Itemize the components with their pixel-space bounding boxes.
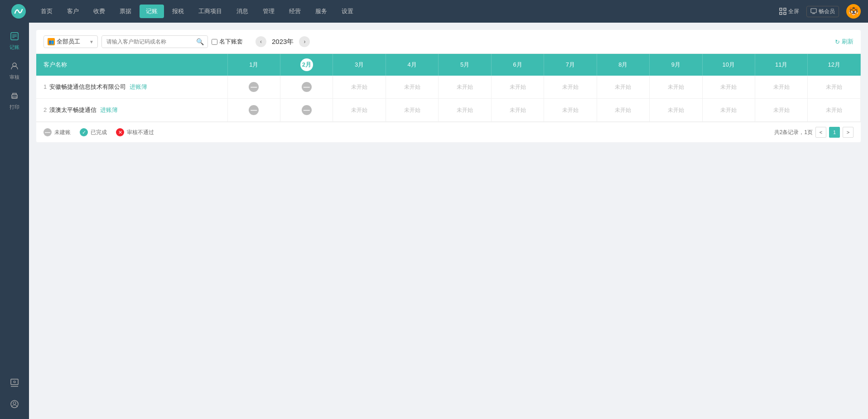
myaccount-checkbox[interactable] bbox=[212, 39, 217, 45]
nav-tax[interactable]: 报税 bbox=[166, 5, 190, 18]
month-cell-5[interactable]: 未开始 bbox=[439, 76, 491, 99]
month-cell-7[interactable]: 未开始 bbox=[544, 76, 597, 99]
month-cell-4[interactable]: 未开始 bbox=[386, 76, 438, 99]
sidebar-item-audit[interactable]: 审核 bbox=[0, 56, 29, 86]
refresh-icon: ↻ bbox=[835, 39, 840, 45]
status-not-started: 未开始 bbox=[351, 84, 367, 90]
avatar[interactable]: 🐯 bbox=[846, 4, 861, 19]
status-not-started: 未开始 bbox=[773, 84, 790, 90]
status-not-started: 未开始 bbox=[668, 84, 684, 90]
month-cell-3[interactable]: 未开始 bbox=[333, 99, 386, 122]
total-text: 共2条记录，1页 bbox=[774, 129, 813, 136]
main-card: 👥 全部员工 ▼ 🔍 名下账套 ‹ 2023年 › bbox=[36, 30, 861, 142]
month-cell-1[interactable]: — bbox=[227, 76, 280, 99]
month-cell-2[interactable]: — bbox=[280, 99, 333, 122]
month-cell-4[interactable]: 未开始 bbox=[386, 99, 438, 122]
nav-operate[interactable]: 经营 bbox=[283, 5, 307, 18]
month-cell-1[interactable]: — bbox=[227, 99, 280, 122]
nav-fee[interactable]: 收费 bbox=[87, 5, 111, 18]
status-not-started: 未开始 bbox=[510, 107, 526, 113]
year-display: 2023年 bbox=[272, 38, 294, 46]
month-cell-7[interactable]: 未开始 bbox=[544, 99, 597, 122]
enter-ledger-link[interactable]: 进账簿 bbox=[100, 106, 118, 113]
sidebar-item-accounting[interactable]: 记账 bbox=[0, 26, 29, 56]
month-cell-10[interactable]: 未开始 bbox=[702, 99, 755, 122]
table-row: 2漠澳太平畅捷通信进账簿——未开始未开始未开始未开始未开始未开始未开始未开始未开… bbox=[36, 99, 861, 122]
month-cell-12[interactable]: 未开始 bbox=[808, 76, 861, 99]
page-1-button[interactable]: 1 bbox=[829, 127, 840, 138]
legend-not-built: — 未建账 bbox=[43, 128, 71, 136]
status-not-started: 未开始 bbox=[668, 107, 684, 113]
sidebar-item-download[interactable] bbox=[8, 373, 21, 394]
enter-ledger-link[interactable]: 进账簿 bbox=[130, 83, 147, 90]
status-not-started: 未开始 bbox=[720, 107, 737, 113]
refresh-button[interactable]: ↻ 刷新 bbox=[835, 38, 854, 46]
svg-rect-3 bbox=[780, 12, 782, 14]
month-cell-6[interactable]: 未开始 bbox=[491, 99, 544, 122]
nav-items: 首页 客户 收费 票据 记账 报税 工商项目 消息 管理 经营 服务 设置 bbox=[34, 5, 779, 18]
top-nav: 首页 客户 收费 票据 记账 报税 工商项目 消息 管理 经营 服务 设置 全屏… bbox=[0, 0, 868, 23]
col-header-11: 11月 bbox=[755, 54, 807, 76]
status-not-started: 未开始 bbox=[826, 107, 842, 113]
nav-accounting[interactable]: 记账 bbox=[140, 5, 164, 18]
year-next-button[interactable]: › bbox=[299, 36, 310, 47]
nav-message[interactable]: 消息 bbox=[230, 5, 255, 18]
member-button[interactable]: 畅会员 bbox=[806, 6, 839, 17]
page-prev-button[interactable]: < bbox=[815, 127, 826, 138]
sidebar-audit-label: 审核 bbox=[10, 74, 19, 81]
row-number: 1 bbox=[43, 83, 47, 90]
nav-manage[interactable]: 管理 bbox=[256, 5, 281, 18]
client-name-cell: 2漠澳太平畅捷通信进账簿 bbox=[36, 99, 227, 122]
client-name-cell: 1安徽畅捷通信息技术有限公司进账簿 bbox=[36, 76, 227, 99]
month-cell-9[interactable]: 未开始 bbox=[650, 99, 702, 122]
month-cell-8[interactable]: 未开始 bbox=[597, 99, 649, 122]
refresh-label: 刷新 bbox=[842, 38, 854, 46]
sidebar-item-user[interactable] bbox=[8, 394, 21, 415]
checkbox-label-wrap[interactable]: 名下账套 bbox=[212, 38, 243, 46]
client-name: 安徽畅捷通信息技术有限公司 bbox=[49, 83, 126, 90]
month-cell-5[interactable]: 未开始 bbox=[439, 99, 491, 122]
table-body: 1安徽畅捷通信息技术有限公司进账簿——未开始未开始未开始未开始未开始未开始未开始… bbox=[36, 76, 861, 122]
month-cell-10[interactable]: 未开始 bbox=[702, 76, 755, 99]
sidebar: 记账 审核 打印 bbox=[0, 23, 29, 419]
status-not-started: 未开始 bbox=[351, 107, 367, 113]
print-icon bbox=[10, 92, 19, 102]
nav-customer[interactable]: 客户 bbox=[61, 5, 85, 18]
col-header-9: 9月 bbox=[650, 54, 702, 76]
search-input[interactable] bbox=[102, 36, 193, 47]
page-next-button[interactable]: > bbox=[843, 127, 854, 138]
table-row: 1安徽畅捷通信息技术有限公司进账簿——未开始未开始未开始未开始未开始未开始未开始… bbox=[36, 76, 861, 99]
month-cell-11[interactable]: 未开始 bbox=[755, 76, 807, 99]
status-not-started: 未开始 bbox=[615, 84, 631, 90]
employee-select[interactable]: 👥 全部员工 ▼ bbox=[43, 35, 98, 48]
client-name: 漠澳太平畅捷通信 bbox=[49, 106, 96, 113]
month-cell-6[interactable]: 未开始 bbox=[491, 76, 544, 99]
nav-service[interactable]: 服务 bbox=[309, 5, 333, 18]
month-cell-11[interactable]: 未开始 bbox=[755, 99, 807, 122]
search-button[interactable]: 🔍 bbox=[193, 36, 207, 48]
month-cell-3[interactable]: 未开始 bbox=[333, 76, 386, 99]
month-cell-12[interactable]: 未开始 bbox=[808, 99, 861, 122]
nav-home[interactable]: 首页 bbox=[34, 5, 59, 18]
nav-settings[interactable]: 设置 bbox=[335, 5, 360, 18]
accounting-icon bbox=[10, 32, 19, 42]
table-header-row: 客户名称 1月 2月 3月 4月 5月 6月 7月 8月 9月 bbox=[36, 54, 861, 76]
month-cell-8[interactable]: 未开始 bbox=[597, 76, 649, 99]
nav-bizproject[interactable]: 工商项目 bbox=[192, 5, 228, 18]
legend-complete-label: 已完成 bbox=[91, 129, 107, 136]
fullscreen-button[interactable]: 全屏 bbox=[779, 8, 799, 15]
status-dash-icon: — bbox=[249, 82, 259, 92]
svg-rect-5 bbox=[811, 9, 816, 13]
month-cell-2[interactable]: — bbox=[280, 76, 333, 99]
status-not-started: 未开始 bbox=[404, 84, 420, 90]
employee-icon: 👥 bbox=[48, 38, 55, 45]
sidebar-item-print[interactable]: 打印 bbox=[0, 86, 29, 116]
col-header-6: 6月 bbox=[491, 54, 544, 76]
status-not-started: 未开始 bbox=[826, 84, 842, 90]
status-dash-icon: — bbox=[249, 105, 259, 115]
nav-invoice[interactable]: 票据 bbox=[113, 5, 138, 18]
year-prev-button[interactable]: ‹ bbox=[256, 36, 266, 47]
svg-rect-13 bbox=[13, 96, 16, 98]
month-cell-9[interactable]: 未开始 bbox=[650, 76, 702, 99]
fullscreen-label: 全屏 bbox=[788, 8, 799, 15]
